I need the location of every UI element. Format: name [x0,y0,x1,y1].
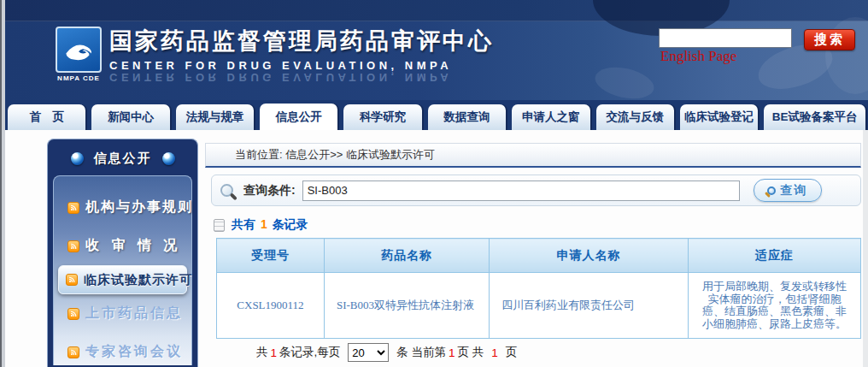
site-search-input[interactable] [659,28,792,48]
site-search-button[interactable]: 搜索 [804,29,855,50]
cell-indication: 用于局部晚期、复发或转移性实体瘤的治疗，包括肾细胞癌、结直肠癌、黑色素瘤、非小细… [688,273,860,339]
site-title-block: 国家药品监督管理局药品审评中心 CENTER FOR DRUG EVALUATI… [109,26,494,84]
sidebar-header: 信息公开 [53,146,192,170]
tab-clinical-trial-registration[interactable]: 临床试验登记 [680,104,758,130]
pagination-text: 页 [506,345,518,360]
tab-information-disclosure[interactable]: 信息公开 [260,104,337,130]
column-header-drug-name: 药品名称 [324,239,489,273]
tab-communication-feedback[interactable]: 交流与反馈 [596,104,674,130]
results-table: 受理号 药品名称 申请人名称 适应症 CXSL1900112 SI-B003双特… [216,238,861,339]
records-count-value: 1 [259,217,269,231]
tab-scientific-research[interactable]: 科学研究 [343,104,421,130]
column-header-indication: 适应症 [688,239,860,273]
tab-applicant-window[interactable]: 申请人之窗 [512,104,589,130]
sidebar-title: 信息公开 [94,151,152,167]
main-nav-tabbar: 首 页 新闻中心 法规与规章 信息公开 科学研究 数据查询 申请人之窗 交流与反… [5,100,868,130]
sphere-icon [71,152,84,165]
tab-data-query[interactable]: 数据查询 [428,104,506,130]
site-title-english-reflection: CENTER FOR DRUG EVALUATION, NMPA [109,71,494,84]
sidebar-item-label: 机构与办事规则 [85,198,193,216]
tab-news-center[interactable]: 新闻中心 [91,104,169,130]
sidebar-item-label: 专家咨询会议 [85,343,183,361]
cell-acceptance-number: CXSL1900112 [217,273,325,339]
sidebar-item-label: 上市药品信息 [85,305,183,323]
sphere-icon [162,152,175,165]
cell-applicant-name: 四川百利药业有限责任公司 [489,273,688,339]
search-icon [220,184,233,197]
site-banner: NMPA CDE 国家药品监督管理局药品审评中心 CENTER FOR DRUG… [5,0,868,100]
records-count-suffix: 条记录 [273,217,308,231]
rss-icon [67,346,79,358]
column-header-applicant-name: 申请人名称 [489,239,688,273]
window-right-edge [863,130,868,367]
records-count-prefix: 共有 [232,217,255,231]
query-condition-label: 查询条件: [243,183,296,198]
tab-regulations[interactable]: 法规与规章 [176,104,254,130]
query-bar: 查询条件: 查询 [211,175,861,206]
breadcrumb-text: 当前位置: 信息公开>> 临床试验默示许可 [235,147,435,163]
page: NMPA CDE 国家药品监督管理局药品审评中心 CENTER FOR DRUG… [0,0,868,367]
sidebar-item-expert-consultation-meeting[interactable]: 专家咨询会议 [54,333,191,367]
nmpa-cde-logo[interactable]: NMPA CDE [51,27,106,85]
query-condition-input[interactable] [302,181,740,201]
logo-caption: NMPA CDE [51,74,106,82]
sidebar-item-acceptance-review[interactable]: 收 审 情 况 [54,227,191,265]
sidebar-item-marketed-drug-information[interactable]: 上市药品信息 [54,294,191,333]
rss-icon [66,274,78,286]
tab-be-trial-platform[interactable]: BE试验备案平台 [764,104,865,130]
query-button[interactable]: 查询 [754,179,822,202]
pill-image [592,62,657,100]
swan-swoosh-icon [56,27,102,73]
tab-home[interactable]: 首 页 [8,104,85,130]
records-count-line: 共有 1 条记录 [214,217,308,233]
pagination-text: 共 [256,345,268,360]
english-page-link[interactable]: English Page [660,48,736,65]
pagination-total-records: 1 [271,346,278,359]
cell-drug-name: SI-B003双特异性抗体注射液 [324,273,489,339]
pagination-text: 条记录,每页 [279,345,340,360]
sidebar-item-clinical-trial-implied-license[interactable]: 临床试验默示许可 [58,265,187,294]
sidebar-item-organization-rules[interactable]: 机构与办事规则 [54,188,191,227]
page-size-select[interactable]: 20 [348,343,389,362]
sidebar-menu: 机构与办事规则 收 审 情 况 临床试验默示许可 上市药品信息 专家咨询会议 [53,175,192,365]
pagination-text: 页 共 [458,345,484,360]
rss-icon [67,308,79,320]
sidebar-item-label: 收 审 情 况 [85,237,181,255]
rss-icon [67,240,79,252]
list-icon [214,219,225,232]
sidebar-information-disclosure: 信息公开 机构与办事规则 收 审 情 况 临床试验默示许可 上市药品信息 [47,139,198,367]
column-header-acceptance-number: 受理号 [217,239,325,273]
sidebar-item-label: 临床试验默示许可 [84,272,193,288]
site-title-chinese: 国家药品监督管理局药品审评中心 [109,26,494,56]
pagination-current-page: 1 [449,346,455,359]
query-button-label: 查询 [780,183,807,198]
table-header-row: 受理号 药品名称 申请人名称 适应症 [217,239,861,273]
site-title-english: CENTER FOR DRUG EVALUATION, NMPA [109,59,494,72]
pagination-total-pages: 1 [491,346,498,359]
pagination-bar: 共 1 条记录,每页 20 条 当前第 1 页 共 1 页 [216,341,861,364]
search-icon [767,186,776,195]
breadcrumb: 当前位置: 信息公开>> 临床试验默示许可 [205,143,861,168]
rss-icon [67,202,79,214]
pagination-text: 条 当前第 [396,345,446,360]
banner-top-band [5,0,868,21]
table-row: CXSL1900112 SI-B003双特异性抗体注射液 四川百利药业有限责任公… [217,273,861,339]
